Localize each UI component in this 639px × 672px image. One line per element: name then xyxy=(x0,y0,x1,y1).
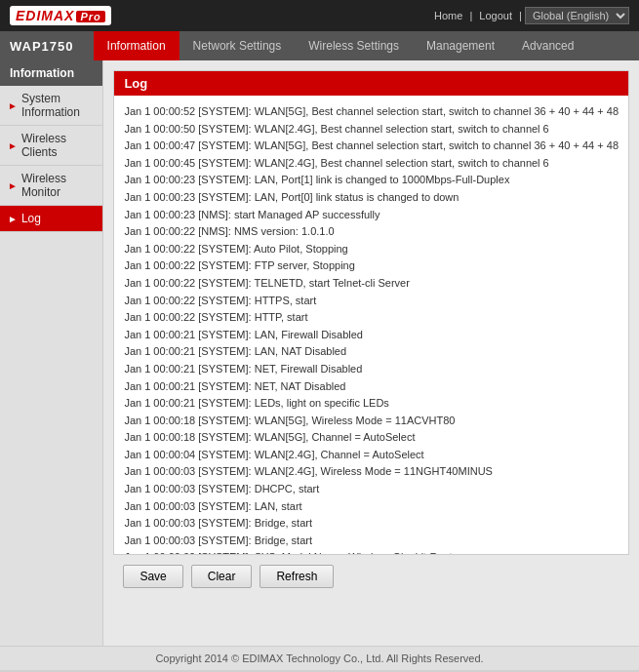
log-entry: Jan 1 00:00:21 [SYSTEM]: LAN, Firewall D… xyxy=(124,327,619,344)
log-entry: Jan 1 00:00:00 [SYSTEM]: SYS, Model Name… xyxy=(124,549,619,554)
tab-advanced[interactable]: Advanced xyxy=(508,31,587,60)
home-link[interactable]: Home xyxy=(434,10,462,21)
log-entry: Jan 1 00:00:47 [SYSTEM]: WLAN[5G], Best … xyxy=(124,138,619,155)
header-links: Home | Logout | Global (English) xyxy=(430,7,629,24)
tab-information[interactable]: Information xyxy=(94,31,180,60)
tab-management[interactable]: Management xyxy=(413,31,508,60)
log-entry: Jan 1 00:00:21 [SYSTEM]: NET, Firewall D… xyxy=(124,361,619,378)
sidebar-item-label: System Information xyxy=(21,92,96,119)
footer: Copyright 2014 © EDIMAX Technology Co., … xyxy=(0,646,639,670)
nav-tabs: Information Network Settings Wireless Se… xyxy=(94,31,588,60)
log-entry: Jan 1 00:00:22 [SYSTEM]: HTTP, start xyxy=(124,309,619,327)
log-entry: Jan 1 00:00:21 [SYSTEM]: LAN, NAT Disabl… xyxy=(124,343,619,361)
content-area: Log Jan 1 00:00:52 [SYSTEM]: WLAN[5G], B… xyxy=(103,60,639,646)
refresh-button[interactable]: Refresh xyxy=(260,565,334,588)
language-select[interactable]: Global (English) xyxy=(525,7,629,24)
log-container[interactable]: Jan 1 00:00:52 [SYSTEM]: WLAN[5G], Best … xyxy=(114,96,628,554)
log-entry: Jan 1 00:00:03 [SYSTEM]: DHCPC, start xyxy=(124,481,619,498)
log-panel: Log Jan 1 00:00:52 [SYSTEM]: WLAN[5G], B… xyxy=(113,70,629,555)
sidebar-item-log[interactable]: ► Log xyxy=(0,206,102,232)
tab-network-settings[interactable]: Network Settings xyxy=(180,31,296,60)
main-layout: Information ► System Information ► Wirel… xyxy=(0,60,639,646)
logout-link[interactable]: Logout xyxy=(479,10,512,21)
log-entry: Jan 1 00:00:03 [SYSTEM]: WLAN[2.4G], Wir… xyxy=(124,463,619,481)
log-entry: Jan 1 00:00:22 [SYSTEM]: Auto Pilot, Sto… xyxy=(124,241,619,258)
sidebar-header: Information xyxy=(0,60,102,86)
log-entry: Jan 1 00:00:23 [SYSTEM]: LAN, Port[1] li… xyxy=(124,172,619,189)
logo-text: EDIMAX xyxy=(16,8,74,23)
log-entry: Jan 1 00:00:52 [SYSTEM]: WLAN[5G], Best … xyxy=(124,103,619,121)
device-title: WAP1750 xyxy=(10,39,74,54)
logo-pro: Pro xyxy=(76,11,104,22)
log-entry: Jan 1 00:00:18 [SYSTEM]: WLAN[5G], Wirel… xyxy=(124,413,619,430)
sidebar: Information ► System Information ► Wirel… xyxy=(0,60,103,646)
logo: EDIMAXPro xyxy=(10,6,111,25)
log-entry: Jan 1 00:00:21 [SYSTEM]: NET, NAT Disabl… xyxy=(124,378,619,396)
log-entry: Jan 1 00:00:22 [NMS]: NMS version: 1.0.1… xyxy=(124,223,619,241)
arrow-icon: ► xyxy=(8,214,18,224)
log-entry: Jan 1 00:00:22 [SYSTEM]: FTP server, Sto… xyxy=(124,257,619,275)
save-button[interactable]: Save xyxy=(123,565,182,588)
panel-header: Log xyxy=(114,71,628,96)
sidebar-item-label: Wireless Clients xyxy=(21,132,96,159)
log-entry: Jan 1 00:00:03 [SYSTEM]: Bridge, start xyxy=(124,533,619,550)
log-entry: Jan 1 00:00:21 [SYSTEM]: LEDs, light on … xyxy=(124,395,619,413)
log-entry: Jan 1 00:00:45 [SYSTEM]: WLAN[2.4G], Bes… xyxy=(124,155,619,173)
tab-wireless-settings[interactable]: Wireless Settings xyxy=(295,31,413,60)
log-entry: Jan 1 00:00:23 [SYSTEM]: LAN, Port[0] li… xyxy=(124,189,619,207)
log-entry: Jan 1 00:00:23 [NMS]: start Managed AP s… xyxy=(124,207,619,224)
sidebar-item-label: Log xyxy=(21,212,41,225)
sidebar-item-wireless-clients[interactable]: ► Wireless Clients xyxy=(0,126,102,166)
log-entry: Jan 1 00:00:03 [SYSTEM]: Bridge, start xyxy=(124,515,619,533)
log-entry: Jan 1 00:00:22 [SYSTEM]: HTTPS, start xyxy=(124,293,619,310)
log-entry: Jan 1 00:00:50 [SYSTEM]: WLAN[2.4G], Bes… xyxy=(124,121,619,138)
sidebar-item-wireless-monitor[interactable]: ► Wireless Monitor xyxy=(0,166,102,206)
clear-button[interactable]: Clear xyxy=(191,565,253,588)
arrow-icon: ► xyxy=(8,100,18,111)
sidebar-item-label: Wireless Monitor xyxy=(21,172,96,199)
log-entry: Jan 1 00:00:18 [SYSTEM]: WLAN[5G], Chann… xyxy=(124,429,619,447)
log-entry: Jan 1 00:00:04 [SYSTEM]: WLAN[2.4G], Cha… xyxy=(124,447,619,464)
footer-text: Copyright 2014 © EDIMAX Technology Co., … xyxy=(155,652,483,664)
sidebar-item-system-information[interactable]: ► System Information xyxy=(0,86,102,126)
log-entry: Jan 1 00:00:22 [SYSTEM]: TELNETD, start … xyxy=(124,275,619,293)
logo-area: EDIMAXPro xyxy=(10,6,111,25)
header: EDIMAXPro Home | Logout | Global (Englis… xyxy=(0,0,639,31)
arrow-icon: ► xyxy=(8,140,18,151)
button-row: Save Clear Refresh xyxy=(113,555,629,598)
nav-bar: WAP1750 Information Network Settings Wir… xyxy=(0,31,639,60)
arrow-icon: ► xyxy=(8,180,18,191)
log-entry: Jan 1 00:00:03 [SYSTEM]: LAN, start xyxy=(124,498,619,516)
